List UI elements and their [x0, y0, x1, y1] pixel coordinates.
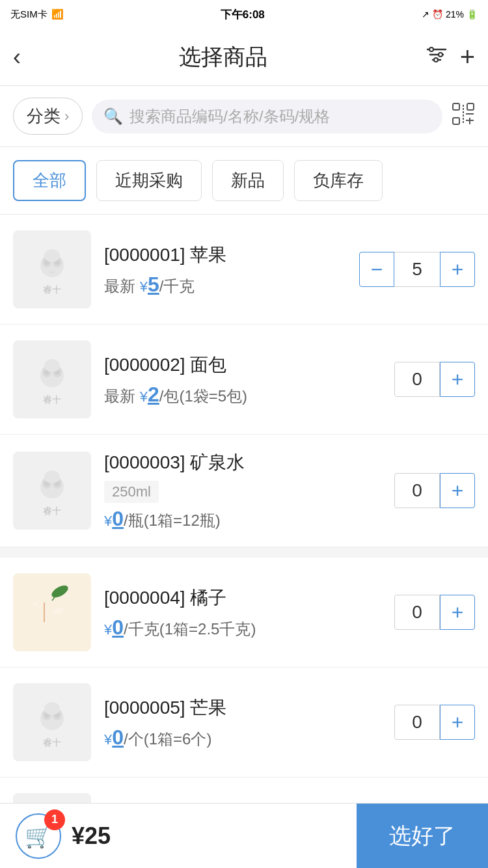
owl-placeholder-icon: 睿十: [33, 243, 72, 296]
product-info: [0000005] 芒果 ¥0/个(1箱=6个): [104, 696, 381, 750]
price-yen-icon: ¥: [104, 513, 112, 529]
page-title: 选择商品: [179, 42, 267, 72]
search-input-wrap[interactable]: 🔍 搜索商品编码/名称/条码/规格: [92, 100, 442, 133]
quantity-increase-button[interactable]: +: [440, 705, 475, 740]
quantity-control: − 5 +: [359, 252, 475, 287]
product-info: [0000003] 矿泉水 250ml ¥0/瓶(1箱=12瓶): [104, 450, 381, 531]
product-thumbnail: 睿十: [13, 452, 91, 530]
status-left: 无SIM卡 📶: [10, 8, 64, 21]
owl-placeholder-icon: 睿十: [33, 696, 72, 749]
list-item: 睿十 [0000003] 矿泉水 250ml ¥0/瓶(1箱=12瓶) 0 +: [0, 435, 488, 547]
quantity-increase-button[interactable]: +: [440, 595, 475, 630]
cart-total: ¥25: [72, 822, 111, 850]
price-unit: /瓶(1箱=12瓶): [124, 511, 221, 529]
owl-placeholder-icon: 睿十: [33, 464, 72, 517]
chevron-right-icon: ›: [64, 108, 69, 125]
price-value: 5: [148, 273, 159, 296]
quantity-value: 0: [394, 595, 440, 630]
product-name: [0000001] 苹果: [104, 243, 346, 267]
quantity-increase-button[interactable]: +: [440, 473, 475, 508]
alarm-icon: ⏰: [432, 9, 443, 20]
product-thumbnail: 睿十: [13, 230, 91, 308]
filter-tab-new[interactable]: 新品: [212, 160, 284, 201]
price-unit: /个(1箱=6个): [124, 730, 211, 748]
cart-badge: 1: [44, 809, 65, 830]
price-unit: /千克(1箱=2.5千克): [124, 620, 256, 638]
wifi-icon: 📶: [51, 8, 64, 20]
filter-icon[interactable]: [426, 46, 447, 68]
product-name: [0000005] 芒果: [104, 696, 381, 720]
product-thumbnail: 睿十: [13, 683, 91, 761]
quantity-increase-button[interactable]: +: [440, 362, 475, 397]
product-list: 睿十 [0000001] 苹果 最新 ¥5/千克 − 5 +: [0, 215, 488, 868]
product-price: ¥0/千克(1箱=2.5千克): [104, 616, 381, 640]
svg-point-3: [429, 47, 433, 51]
product-thumbnail: [13, 573, 91, 651]
search-bar: 分类 › 🔍 搜索商品编码/名称/条码/规格: [0, 86, 488, 147]
quantity-value: 5: [394, 252, 440, 287]
filter-tabs: 全部 近期采购 新品 负库存: [0, 147, 488, 215]
price-yen-icon: ¥: [104, 731, 112, 748]
price-unit: /包(1袋=5包): [159, 387, 247, 405]
location-icon: ↗: [422, 9, 429, 20]
quantity-value: 0: [394, 705, 440, 740]
nav-actions: +: [426, 42, 475, 72]
search-placeholder: 搜索商品编码/名称/条码/规格: [129, 106, 330, 127]
product-name: [0000002] 面包: [104, 353, 381, 377]
product-price: 最新 ¥5/千克: [104, 273, 346, 297]
back-button[interactable]: ‹: [13, 44, 21, 71]
confirm-button[interactable]: 选好了: [357, 804, 488, 868]
quantity-value: 0: [394, 362, 440, 397]
svg-rect-7: [467, 103, 474, 110]
quantity-control: 0 +: [394, 595, 475, 630]
category-button[interactable]: 分类 ›: [13, 98, 83, 135]
nav-bar: ‹ 选择商品 +: [0, 29, 488, 86]
cart-button[interactable]: 🛒 1: [16, 813, 61, 859]
quantity-decrease-button[interactable]: −: [359, 252, 394, 287]
price-value: 0: [112, 507, 124, 530]
svg-point-4: [439, 53, 442, 57]
status-right: ↗ ⏰ 21% 🔋: [422, 9, 478, 20]
product-thumbnail: 睿十: [13, 340, 91, 418]
price-label: 最新: [104, 387, 135, 405]
price-yen-icon: ¥: [140, 278, 148, 295]
product-spec: 250ml: [104, 481, 159, 503]
list-item: 睿十 [0000002] 面包 最新 ¥2/包(1袋=5包) 0 +: [0, 325, 488, 435]
battery-icon: 🔋: [467, 9, 478, 20]
sim-status: 无SIM卡: [10, 8, 47, 21]
quantity-value: 0: [394, 473, 440, 508]
svg-rect-8: [453, 118, 459, 124]
price-label: 最新: [104, 277, 135, 295]
filter-tab-recent[interactable]: 近期采购: [96, 160, 202, 201]
svg-point-24: [44, 359, 60, 372]
svg-point-44: [44, 702, 60, 715]
quantity-increase-button[interactable]: +: [440, 252, 475, 287]
svg-point-30: [44, 470, 60, 483]
filter-tab-negative[interactable]: 负库存: [294, 160, 383, 201]
svg-rect-31: [13, 573, 91, 651]
add-icon[interactable]: +: [460, 42, 475, 72]
product-price: ¥0/个(1箱=6个): [104, 726, 381, 750]
scan-icon[interactable]: [452, 102, 475, 130]
price-value: 0: [112, 616, 124, 639]
list-item: 睿十 [0000001] 苹果 最新 ¥5/千克 − 5 +: [0, 215, 488, 325]
product-price: ¥0/瓶(1箱=12瓶): [104, 507, 381, 531]
price-yen-icon: ¥: [140, 388, 148, 405]
price-unit: /千克: [159, 277, 195, 295]
product-info: [0000002] 面包 最新 ¥2/包(1袋=5包): [104, 353, 381, 407]
product-info: [0000001] 苹果 最新 ¥5/千克: [104, 243, 346, 297]
quantity-control: 0 +: [394, 473, 475, 508]
filter-tab-all[interactable]: 全部: [13, 160, 86, 201]
svg-rect-6: [453, 103, 459, 110]
status-bar: 无SIM卡 📶 下午6:08 ↗ ⏰ 21% 🔋: [0, 0, 488, 29]
list-item: 睿十 [0000005] 芒果 ¥0/个(1箱=6个) 0 +: [0, 668, 488, 778]
quantity-control: 0 +: [394, 705, 475, 740]
product-name: [0000003] 矿泉水: [104, 450, 381, 475]
cart-area: 🛒 1 ¥25: [0, 813, 357, 859]
search-icon: 🔍: [103, 107, 123, 126]
bottom-bar: 🛒 1 ¥25 选好了: [0, 803, 488, 868]
status-time: 下午6:08: [221, 7, 265, 22]
price-value: 2: [148, 383, 159, 406]
price-value: 0: [112, 726, 124, 749]
product-price: 最新 ¥2/包(1袋=5包): [104, 383, 381, 407]
